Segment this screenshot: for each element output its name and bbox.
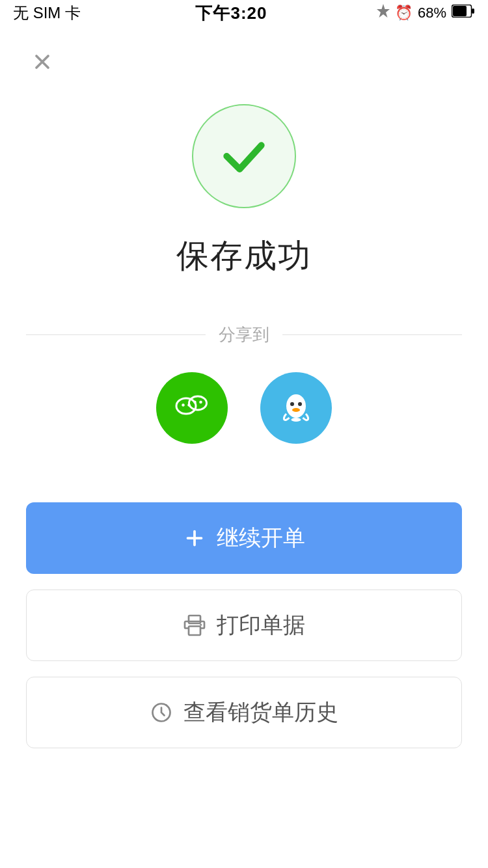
svg-point-13 (291, 418, 301, 422)
qq-share-button[interactable] (260, 372, 332, 444)
svg-point-4 (189, 396, 207, 410)
actions-section: 继续开单 打印单据 查看销货单历史 (0, 489, 488, 761)
printer-icon (183, 614, 206, 637)
svg-point-12 (292, 408, 300, 412)
continue-label: 继续开单 (217, 523, 305, 553)
svg-point-10 (290, 402, 294, 406)
close-area (0, 26, 488, 85)
sim-label: 无 SIM 卡 (13, 3, 81, 23)
continue-button[interactable]: 继续开单 (26, 502, 462, 574)
print-button[interactable]: 打印单据 (26, 590, 462, 661)
location-icon (377, 4, 390, 22)
status-right: ⏰ 68% (377, 4, 475, 22)
svg-rect-1 (453, 6, 467, 16)
close-button[interactable] (26, 46, 59, 78)
history-label: 查看销货单历史 (183, 698, 338, 727)
svg-point-7 (193, 401, 197, 404)
svg-point-16 (200, 624, 202, 626)
plus-icon (183, 526, 206, 550)
svg-rect-2 (472, 8, 474, 14)
status-bar: 无 SIM 卡 下午3:20 ⏰ 68% (0, 0, 488, 26)
success-section: 保存成功 (0, 85, 488, 323)
divider-right (282, 334, 462, 335)
battery-text: 68% (418, 5, 446, 21)
svg-point-11 (298, 402, 302, 406)
check-circle (192, 104, 296, 208)
battery-icon (452, 5, 475, 21)
svg-point-8 (199, 401, 202, 404)
alarm-icon: ⏰ (395, 5, 413, 21)
print-label: 打印单据 (217, 610, 305, 640)
share-icons (26, 372, 462, 444)
share-divider: 分享到 (26, 323, 462, 346)
wechat-share-button[interactable] (156, 372, 228, 444)
share-section: 分享到 (0, 323, 488, 463)
history-button[interactable]: 查看销货单历史 (26, 677, 462, 748)
divider-left (26, 334, 206, 335)
svg-point-3 (176, 398, 196, 414)
svg-point-6 (187, 403, 191, 407)
svg-point-5 (182, 403, 185, 407)
status-time: 下午3:20 (195, 2, 267, 25)
share-label: 分享到 (219, 323, 269, 346)
success-title: 保存成功 (176, 234, 312, 278)
svg-point-9 (286, 394, 306, 418)
svg-rect-15 (189, 627, 200, 636)
status-left: 无 SIM 卡 (13, 3, 86, 23)
history-icon (150, 701, 173, 724)
